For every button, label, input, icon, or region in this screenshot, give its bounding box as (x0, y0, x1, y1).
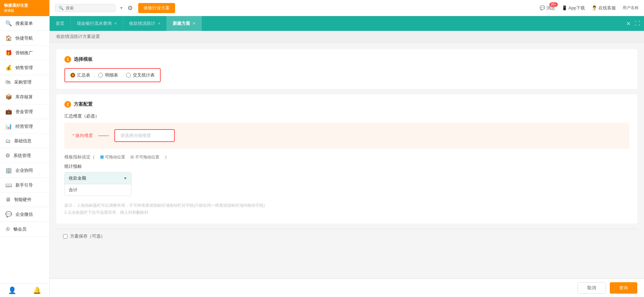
tabbar-actions: ✕ ⛶ (625, 16, 644, 31)
hints-section: 提示： 1.拖动标题栏可以调整布局，不可跨维度或指标区域拖动栏目字段(只能在同一… (64, 196, 629, 215)
dimension-placeholder: 请选择分组维度 (120, 133, 151, 138)
message-badge: 99+ (549, 2, 558, 7)
home-icon: 🏠 (5, 35, 12, 41)
metrics-table: 收款金额 ▼ 合计 (64, 172, 131, 196)
sidebar-item-finance[interactable]: 💼 资金管理 (0, 104, 49, 119)
gear-icon: ⚙ (5, 152, 10, 159)
step2-title: 2 方案配置 (64, 101, 629, 108)
breadcrumb: 收款情况统计方案设置 (50, 31, 644, 43)
sidebar-item-purchase[interactable]: 🛍 采购管理 (0, 75, 49, 90)
gift-icon: 🎁 (5, 50, 12, 56)
book-icon: 📖 (5, 182, 12, 188)
sidebar-item-label: 企业微信 (15, 211, 33, 217)
metrics-chevron-icon[interactable]: ▼ (123, 176, 127, 180)
sidebar-item-system[interactable]: ⚙ 系统管理 (0, 148, 49, 163)
radio-detail[interactable] (98, 73, 103, 78)
metrics-label-close: ） (165, 154, 169, 160)
sidebar-item-marketing[interactable]: 🎁 营销推广 (0, 46, 49, 60)
main-area: 🔍 ▼ ⚙ 体验行业方案 💬 消息 99+ 📱 App下载 👨‍💼 在线客服 用… (50, 0, 644, 297)
sidebar-item-search[interactable]: 🔍 搜索菜单 (0, 16, 49, 31)
building-icon: 🏢 (5, 167, 12, 174)
sidebar-item-business[interactable]: 📊 经营管理 (0, 119, 49, 134)
tab-new-plan[interactable]: 新建方案 × (167, 16, 202, 31)
chart-icon: 📊 (5, 123, 12, 130)
query-button[interactable]: 查询 (610, 282, 637, 294)
sidebar-item-member[interactable]: ♔ 畅会员 (0, 222, 49, 237)
tab-home[interactable]: 首页 (50, 16, 71, 31)
sidebar-item-label: 快捷导航 (15, 35, 33, 41)
step2-title-text: 方案配置 (74, 101, 93, 107)
step1-title: 1 选择模板 (64, 56, 629, 63)
tab-receipt-stat[interactable]: 收款情况统计 × (123, 16, 167, 31)
folder-icon: 🗂 (5, 138, 11, 144)
monitor-icon: 🖥 (5, 197, 11, 203)
search-input[interactable] (66, 6, 113, 10)
dimension-selector[interactable]: 请选择分组维度 (114, 129, 175, 142)
sidebar-bottom-notify[interactable]: 🔔 (25, 284, 50, 297)
tab-receipt-stat-close[interactable]: × (158, 21, 160, 26)
sidebar-item-label: 销售管理 (15, 65, 33, 71)
option-cross-label: 交叉统计表 (133, 72, 155, 78)
tab-bank-flow-label: 现金银行流水查询 (77, 20, 112, 27)
sidebar-item-corp[interactable]: 🏢 企业协同 (0, 163, 49, 178)
save-plan-checkbox[interactable] (63, 234, 67, 239)
template-section: 1 选择模板 汇总表 明细表 交叉统计表 (56, 49, 637, 89)
sidebar-item-label: 库存核算 (15, 94, 33, 100)
draggable-dot (100, 155, 104, 159)
cancel-button[interactable]: 取消 (578, 282, 606, 294)
hint-1: 提示： 1.拖动标题栏可以调整布局，不可跨维度或指标区域拖动栏目字段(只能在同一… (64, 203, 629, 208)
sidebar-item-quick-nav[interactable]: 🏠 快捷导航 (0, 31, 49, 46)
service-icon: 👨‍💼 (592, 5, 597, 10)
dimension-row: * 纵向维度 —— 请选择分组维度 (72, 129, 621, 142)
sidebar-bottom: 👤 🔔 (0, 283, 49, 297)
arrow-icon: —— (98, 133, 109, 139)
metrics-table-row: 合计 (65, 184, 131, 196)
hint-2: 2.点击标题栏下拉可设置排序、插入列和删除列 (64, 210, 629, 215)
radio-cross[interactable] (126, 73, 131, 78)
search-dropdown-icon[interactable]: ▼ (119, 6, 123, 10)
step1-title-text: 选择模板 (74, 56, 93, 62)
option-detail[interactable]: 明细表 (98, 72, 118, 78)
search-icon: 🔍 (5, 20, 12, 27)
search-box[interactable]: 🔍 (55, 4, 115, 12)
metrics-settings-label: 模板指标设定（ 可拖动位置 不可拖动位置 ） (64, 154, 629, 160)
vertical-dim-label: * 纵向维度 (72, 133, 93, 139)
tab-bank-flow[interactable]: 现金银行流水查询 × (71, 16, 123, 31)
maximize-icon[interactable]: ⛶ (633, 19, 641, 28)
sidebar-item-sales[interactable]: 💰 销售管理 (0, 60, 49, 75)
settings-icon[interactable]: ⚙ (127, 4, 133, 12)
metrics-config-label: 模板指标设定（ (64, 154, 95, 160)
tab-new-plan-close[interactable]: × (193, 21, 195, 26)
online-service-item[interactable]: 👨‍💼 在线客服 (592, 5, 616, 11)
briefcase-icon: 💼 (5, 108, 12, 115)
plan-config-section: 2 方案配置 汇总维度（必选） * 纵向维度 —— 请选择分组维度 (56, 94, 637, 224)
tab-bank-flow-close[interactable]: × (114, 21, 117, 26)
logo: 畅捷通好生意 标准版 (0, 0, 49, 16)
money-icon: 💰 (5, 64, 12, 71)
template-options: 汇总表 明细表 交叉统计表 (64, 68, 161, 82)
sidebar-item-inventory[interactable]: 📦 库存核算 (0, 90, 49, 104)
non-draggable-label: 不可拖动位置 (135, 154, 159, 160)
radio-summary[interactable] (70, 73, 75, 78)
app-download-item[interactable]: 📱 App下载 (562, 5, 585, 11)
sidebar: 畅捷通好生意 标准版 🔍 搜索菜单 🏠 快捷导航 🎁 营销推广 💰 销售管理 🛍… (0, 0, 50, 297)
metrics-table-header[interactable]: 收款金额 ▼ (65, 172, 131, 184)
sidebar-item-label: 采购管理 (14, 79, 32, 85)
sidebar-bottom-user[interactable]: 👤 (0, 284, 25, 297)
industry-plan-button[interactable]: 体验行业方案 (138, 3, 175, 13)
sidebar-item-wechat[interactable]: 💬 企业微信 (0, 207, 49, 222)
option-cross[interactable]: 交叉统计表 (126, 72, 155, 78)
sidebar-item-label: 新手引导 (15, 182, 33, 188)
sidebar-item-hardware[interactable]: 🖥 智能硬件 (0, 193, 49, 207)
plan-config-body: 汇总维度（必选） * 纵向维度 —— 请选择分组维度 (64, 113, 629, 215)
option-summary[interactable]: 汇总表 (70, 72, 90, 78)
messages-item[interactable]: 💬 消息 99+ (540, 5, 555, 11)
sidebar-item-guide[interactable]: 📖 新手引导 (0, 178, 49, 193)
edition-label: 标准版 (4, 8, 28, 13)
bottom-bar: 取消 查询 (50, 279, 644, 297)
close-window-icon[interactable]: ✕ (625, 19, 632, 28)
non-draggable-dot (130, 155, 134, 159)
sidebar-item-basic[interactable]: 🗂 基础信息 (0, 134, 49, 148)
tab-receipt-stat-label: 收款情况统计 (129, 20, 155, 27)
draggable-label: 可拖动位置 (105, 154, 125, 160)
